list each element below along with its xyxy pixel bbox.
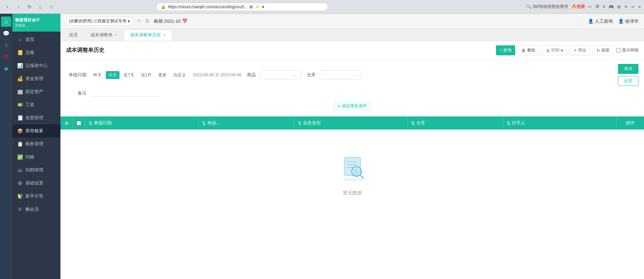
sidebar-item-guide[interactable]: 🔰新手引导: [12, 190, 60, 203]
date-quick-近7天[interactable]: 近7天: [121, 71, 137, 79]
delete-icon: 🗑: [522, 48, 526, 53]
sidebar-item-label-reports: 云报表中心: [25, 63, 48, 69]
sidebar-item-archive[interactable]: 🗂归档管理: [12, 164, 60, 177]
th-checkbox[interactable]: [73, 116, 85, 130]
th-type[interactable]: ⇅ 业务类型: [294, 116, 408, 130]
forward-button[interactable]: ›: [14, 3, 23, 11]
new-button[interactable]: + 新增: [496, 45, 515, 55]
user-name: 徐泽华: [625, 18, 639, 24]
menu-icon[interactable]: ≡: [638, 4, 641, 9]
translate-icon[interactable]: 译: [595, 4, 599, 10]
goods-more-icon[interactable]: …: [293, 72, 298, 78]
tab-close-cost-history[interactable]: ×: [162, 33, 166, 37]
service-button[interactable]: 👤 人工咨询: [588, 18, 613, 24]
warehouse-more-icon[interactable]: …: [352, 72, 358, 78]
icon-bar-weibo[interactable]: 微: [1, 52, 11, 62]
settings-gear-icon[interactable]: ⚙: [145, 18, 150, 24]
sidebar-menu: ⌂首页📒总账📊云报表中心💰资金管理🏢固定资产💵工资🧾发票管理📦库存核算📋税务管理…: [12, 32, 60, 279]
refresh-icon: ↻: [597, 48, 600, 53]
search-ext[interactable]: 🔍 360智能抠图免费用: [526, 4, 568, 10]
sidebar-item-fixed-assets[interactable]: 🏢固定资产: [12, 85, 60, 98]
lock-icon: 🔒: [161, 4, 166, 9]
refresh-button[interactable]: ↻ 刷新: [593, 45, 613, 55]
sidebar-item-tax[interactable]: 📋税务管理: [12, 137, 60, 150]
undo-icon[interactable]: ↩: [631, 4, 635, 9]
sidebar: 畅捷通好会计 旗舰版 ⌂首页📒总账📊云报表中心💰资金管理🏢固定资产💵工资🧾发票管…: [12, 14, 60, 279]
sun-icon[interactable]: ☀: [624, 4, 628, 9]
back-button[interactable]: ‹: [3, 3, 12, 11]
warehouse-filter-label: 仓库: [305, 72, 316, 78]
svg-line-8: [360, 175, 363, 178]
inventory-icon: 📦: [17, 128, 23, 134]
funds-icon: 💰: [17, 76, 23, 81]
sidebar-item-settings[interactable]: ⚙基础设置: [12, 177, 60, 190]
th-number[interactable]: ⇅ 单据...: [199, 116, 294, 130]
export-button[interactable]: ↗ 导出: [569, 45, 590, 55]
sidebar-item-ledger[interactable]: 📒总账: [12, 46, 60, 59]
delete-button[interactable]: 🗑 删除: [518, 45, 539, 55]
sidebar-item-member[interactable]: V畅会员: [12, 203, 60, 216]
th-handler[interactable]: ⇅ 经手人: [503, 116, 617, 130]
select-all-checkbox[interactable]: [77, 121, 81, 125]
tabs-bar: 首页成本调整单×成本调整单历史×: [60, 29, 644, 41]
collapse-button[interactable]: ∧ 收起更多条件: [333, 101, 371, 111]
icon-bar-green[interactable]: ◆: [1, 63, 11, 74]
user-menu[interactable]: 👤 徐泽华: [618, 18, 639, 24]
grid-ext-icon[interactable]: ⊞: [617, 4, 621, 9]
sidebar-item-reports[interactable]: 📊云报表中心: [12, 59, 60, 72]
date-quick-自定义[interactable]: 自定义: [171, 71, 189, 79]
fixed-assets-icon: 🏢: [17, 89, 23, 94]
date-filter-label: 单据日期: [66, 72, 87, 78]
filter-row-date: 单据日期 昨天今天近7天近1月更多自定义 2023-06-06 至 2023-0…: [66, 64, 639, 86]
sidebar-item-inventory[interactable]: 📦库存核算: [12, 124, 60, 137]
address-bar[interactable]: 🔒 https://cloud.chanjet.com/accounting/u…: [156, 3, 328, 11]
sidebar-item-accounting[interactable]: ✅结账: [12, 150, 60, 164]
hot-search[interactable]: 🔥热搜: [572, 4, 585, 10]
warehouse-selector[interactable]: …: [320, 70, 361, 79]
home-button[interactable]: ⌂: [36, 3, 45, 11]
sidebar-item-salary[interactable]: 💵工资: [12, 98, 60, 111]
th-date[interactable]: ⇅ 单据日期: [85, 116, 199, 130]
goods-selector[interactable]: …: [260, 70, 301, 79]
member-icon: V: [17, 207, 23, 212]
th-warehouse[interactable]: ⇅ 仓库: [408, 116, 504, 130]
game-icon[interactable]: 🎮: [609, 4, 614, 9]
date-quick-昨天[interactable]: 昨天: [91, 71, 104, 79]
logo-text: 畅捷通好会计: [15, 18, 40, 23]
dropdown-icon: ▾: [262, 4, 264, 9]
icon-bar-star[interactable]: ☆: [1, 40, 11, 50]
sidebar-item-label-salary: 工资: [25, 102, 34, 108]
print-button[interactable]: 🖨 打印 ▾: [542, 45, 567, 55]
calendar-icon[interactable]: 📅: [182, 19, 188, 24]
sidebar-item-funds[interactable]: 💰资金管理: [12, 72, 60, 85]
account-selector[interactable]: (勿删勿禁用) 江西服宝测试专用 ▾: [66, 17, 133, 25]
add-account-icon[interactable]: +: [137, 18, 141, 25]
logo-sub: 旗舰版: [15, 23, 40, 28]
sidebar-item-label-accounting: 结账: [25, 154, 34, 160]
reload-button[interactable]: ↻: [25, 3, 34, 11]
cut-icon[interactable]: ✂: [588, 4, 592, 9]
th-settings[interactable]: ⚙: [60, 116, 73, 130]
remark-input[interactable]: [91, 89, 159, 97]
show-detail-checkbox[interactable]: [616, 48, 621, 53]
icon-bar-home[interactable]: ⌂: [1, 16, 11, 27]
tab-cost-adjust[interactable]: 成本调整单×: [84, 30, 123, 41]
ledger-icon: 📒: [17, 50, 23, 55]
date-quick-近1月[interactable]: 近1月: [138, 71, 155, 79]
settings-filter-button[interactable]: 设置: [618, 76, 639, 86]
browser-extensions: 🔍 360智能抠图免费用 🔥热搜 ✂ 译 ¥ 🎮 ⊞ ☀ ↩ ≡: [526, 4, 641, 10]
tab-home[interactable]: 首页: [63, 30, 84, 41]
icon-bar-chat[interactable]: 💬: [1, 28, 11, 38]
wallet-icon[interactable]: ¥: [603, 4, 605, 9]
star-button[interactable]: ☆: [47, 3, 56, 11]
sidebar-item-label-home: 首页: [25, 36, 34, 43]
date-quick-今天[interactable]: 今天: [106, 71, 120, 79]
sidebar-item-home[interactable]: ⌂首页: [12, 33, 60, 46]
date-quick-更多[interactable]: 更多: [156, 71, 169, 79]
tab-close-cost-adjust[interactable]: ×: [114, 33, 117, 37]
show-detail-checkbox-label[interactable]: 显示明细: [616, 47, 639, 53]
query-button[interactable]: 查询: [618, 64, 639, 74]
page-header: 成本调整单历史 + 新增 🗑 删除 🖨 打印 ▾ ↗ 导出: [60, 41, 644, 60]
tab-cost-history[interactable]: 成本调整单历史×: [124, 30, 172, 41]
sidebar-item-invoice[interactable]: 🧾发票管理: [12, 111, 60, 124]
